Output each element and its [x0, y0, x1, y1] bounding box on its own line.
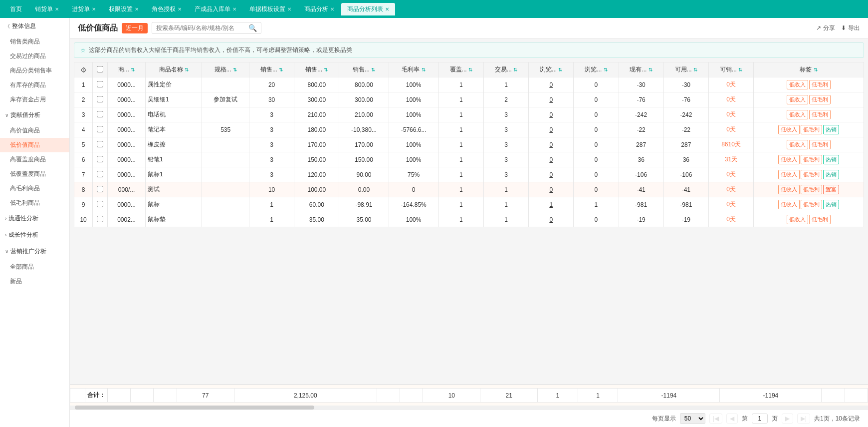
share-button[interactable]: ↗ 分享	[816, 24, 835, 32]
view2-col-header[interactable]: 浏览... ⇅	[574, 62, 619, 77]
view1-col-header[interactable]: 浏览... ⇅	[529, 62, 574, 77]
row-checkbox[interactable]	[97, 186, 103, 192]
nav-home[interactable]: 首页	[4, 3, 28, 15]
view1-link[interactable]: 0	[549, 156, 553, 163]
product-name[interactable]: 铅笔1	[145, 152, 202, 167]
view1[interactable]: 0	[529, 182, 574, 197]
row-checkbox[interactable]	[97, 96, 103, 102]
trade-col-header[interactable]: 交易... ⇅	[483, 62, 528, 77]
row-checkbox[interactable]	[97, 156, 103, 162]
nav-roles[interactable]: 角色授权 ✕	[146, 3, 188, 15]
next-page-button[interactable]: ▶	[782, 414, 793, 424]
view1-link[interactable]: 0	[549, 141, 553, 148]
close-product-storage[interactable]: ✕	[232, 6, 236, 12]
sidebar-section-contribution[interactable]: ∨ 贡献值分析	[0, 107, 69, 123]
search-input[interactable]	[156, 24, 248, 31]
sidebar-section-circulation[interactable]: › 流通性分析	[0, 210, 69, 227]
sidebar-item-low-coverage[interactable]: 低覆盖度商品	[0, 167, 69, 181]
row-checkbox[interactable]	[97, 126, 103, 132]
nav-purchase-order[interactable]: 进货单 ✕	[66, 3, 102, 15]
product-name[interactable]: 笔记本	[145, 122, 202, 137]
row-checkbox[interactable]	[97, 216, 103, 222]
prev-page-button[interactable]: ◀	[726, 414, 738, 424]
sidebar-section-overall[interactable]: 《 整体信息	[0, 18, 69, 34]
sidebar-item-in-stock-products[interactable]: 有库存的商品	[0, 78, 69, 92]
period-button[interactable]: 近一月	[122, 23, 148, 33]
view1[interactable]: 0	[529, 107, 574, 122]
close-purchase-order[interactable]: ✕	[92, 6, 96, 12]
stock-avail-col-header[interactable]: 可用... ⇅	[663, 62, 708, 77]
product-name[interactable]: 电话机	[145, 107, 202, 122]
collapse-btn[interactable]: 《	[5, 23, 10, 30]
page-number-input[interactable]	[752, 414, 768, 424]
sidebar-item-traded-products[interactable]: 交易过的商品	[0, 49, 69, 63]
product-name[interactable]: 鼠标垫	[145, 212, 202, 227]
product-name[interactable]: 橡皮擦	[145, 137, 202, 152]
close-product-analysis-list[interactable]: ✕	[385, 6, 389, 12]
view1[interactable]: 0	[529, 77, 574, 92]
view1[interactable]: 1	[529, 197, 574, 212]
sidebar-item-all-products[interactable]: 全部商品	[0, 260, 69, 274]
nav-permissions[interactable]: 权限设置 ✕	[103, 3, 145, 15]
close-permissions[interactable]: ✕	[135, 6, 139, 12]
first-page-button[interactable]: |◀	[709, 414, 722, 424]
nav-sales-order[interactable]: 销货单 ✕	[29, 3, 65, 15]
view1[interactable]: 0	[529, 152, 574, 167]
row-checkbox[interactable]	[97, 81, 103, 87]
view1-link[interactable]: 0	[549, 216, 553, 223]
row-checkbox[interactable]	[97, 171, 103, 177]
sidebar-section-growth[interactable]: › 成长性分析	[0, 227, 69, 243]
sales-qty-col-header[interactable]: 销售... ⇅	[249, 62, 294, 77]
close-roles[interactable]: ✕	[178, 6, 182, 12]
nav-product-storage[interactable]: 产成品入库单 ✕	[189, 3, 242, 15]
close-sales-order[interactable]: ✕	[55, 6, 59, 12]
margin-rate-col-header[interactable]: 毛利率 ⇅	[389, 62, 438, 77]
product-name[interactable]: 吴细细1	[145, 92, 202, 107]
view1-link[interactable]: 0	[549, 111, 553, 118]
sidebar-item-sales-products[interactable]: 销售类商品	[0, 34, 69, 49]
sidebar-item-category-sales-rate[interactable]: 商品分类销售率	[0, 63, 69, 78]
stock-cur-col-header[interactable]: 现有... ⇅	[619, 62, 663, 77]
sidebar-item-low-margin[interactable]: 低毛利商品	[0, 196, 69, 210]
product-name[interactable]: 鼠标	[145, 197, 202, 212]
view1[interactable]: 0	[529, 167, 574, 182]
view1-link[interactable]: 0	[549, 96, 553, 103]
checkbox-col-header[interactable]	[93, 62, 108, 77]
sidebar-item-low-value[interactable]: 低价值商品	[0, 138, 69, 152]
row-checkbox[interactable]	[97, 111, 103, 117]
sales-cost-col-header[interactable]: 销售... ⇅	[339, 62, 389, 77]
spec-col-header[interactable]: 规格... ⇅	[202, 62, 249, 77]
close-template[interactable]: ✕	[287, 6, 291, 12]
select-all-checkbox[interactable]	[97, 66, 103, 72]
product-name[interactable]: 鼠标1	[145, 167, 202, 182]
view1-link[interactable]: 1	[549, 201, 553, 208]
sales-amt-col-header[interactable]: 销售... ⇅	[294, 62, 339, 77]
view1[interactable]: 0	[529, 92, 574, 107]
view1[interactable]: 0	[529, 137, 574, 152]
row-checkbox[interactable]	[97, 201, 103, 207]
nav-product-analysis-list[interactable]: 商品分析列表 ✕	[341, 3, 395, 15]
view1[interactable]: 0	[529, 212, 574, 227]
sidebar-item-high-coverage[interactable]: 高覆盖度商品	[0, 152, 69, 167]
name-col-header[interactable]: 商品名称 ⇅	[145, 62, 202, 77]
stock-sale-col-header[interactable]: 可销... ⇅	[708, 62, 753, 77]
code-col-header[interactable]: 商... ⇅	[108, 62, 146, 77]
sidebar-item-high-margin[interactable]: 高毛利商品	[0, 181, 69, 196]
row-checkbox[interactable]	[97, 141, 103, 147]
sidebar-item-new-products[interactable]: 新品	[0, 274, 69, 289]
view1-link[interactable]: 0	[549, 171, 553, 178]
nav-template[interactable]: 单据模板设置 ✕	[243, 3, 297, 15]
tags-col-header[interactable]: 标签 ⇅	[754, 62, 864, 77]
export-button[interactable]: ⬇ 导出	[841, 24, 860, 32]
sidebar-item-high-value[interactable]: 高价值商品	[0, 123, 69, 138]
view1[interactable]: 0	[529, 122, 574, 137]
view1-link[interactable]: 0	[549, 126, 553, 133]
sidebar-item-stock-capital[interactable]: 库存资金占用	[0, 92, 69, 107]
coverage-col-header[interactable]: 覆盖... ⇅	[438, 62, 483, 77]
view1-link[interactable]: 0	[549, 186, 553, 193]
sidebar-section-marketing[interactable]: ∨ 营销推广分析	[0, 243, 69, 260]
product-name[interactable]: 属性定价	[145, 77, 202, 92]
settings-col-header[interactable]: ⚙	[74, 62, 93, 77]
view1-link[interactable]: 0	[549, 81, 553, 88]
close-product-analysis[interactable]: ✕	[330, 6, 334, 12]
